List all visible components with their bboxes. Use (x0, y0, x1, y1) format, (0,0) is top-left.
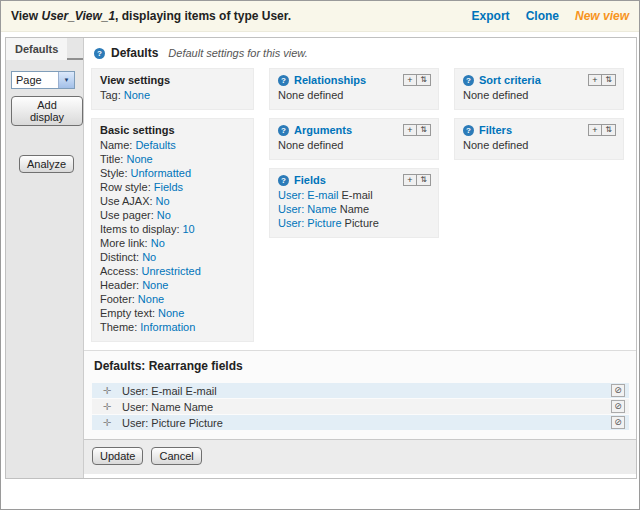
setting-value-link[interactable]: No (151, 237, 165, 249)
filters-box: ? Filters + ⇅ None defined (454, 118, 624, 160)
add-filter-button[interactable]: + (588, 124, 602, 136)
fields-title-link[interactable]: Fields (294, 174, 326, 186)
display-settings-panel: ? Defaults Default settings for this vie… (84, 38, 636, 478)
relationships-empty-text: None defined (278, 88, 431, 102)
setting-line-more-link: More link:No (100, 236, 246, 250)
page-title-suffix: , displaying items of type User. (115, 9, 291, 23)
setting-label: Empty text: (100, 307, 155, 319)
add-display-button[interactable]: Add display (11, 96, 83, 126)
setting-line-empty-text: Empty text:None (100, 306, 246, 320)
setting-line-row-style: Row style:Fields (100, 180, 246, 194)
rearrange-row[interactable]: ✛ User: Name Name ⊘ (92, 399, 629, 414)
rearrange-row-label: User: E-mail E-mail (122, 385, 611, 397)
view-name: User_View_1 (41, 9, 115, 23)
rearrange-row-label: User: Picture Picture (122, 417, 611, 429)
setting-value-link[interactable]: None (138, 293, 164, 305)
add-sort-button[interactable]: + (588, 74, 602, 86)
setting-line-tag: Tag:None (100, 88, 246, 102)
setting-label: Tag: (100, 89, 121, 101)
tab-defaults[interactable]: Defaults (6, 38, 67, 60)
drag-handle-icon[interactable]: ✛ (92, 385, 122, 396)
settings-column-2: ? Relationships + ⇅ None defined ? (269, 68, 439, 238)
setting-line-pager: Use pager:No (100, 208, 246, 222)
remove-field-button[interactable]: ⊘ (611, 400, 625, 413)
setting-value-link[interactable]: None (158, 307, 184, 319)
display-type-select[interactable]: Page ▼ (11, 71, 75, 89)
field-link[interactable]: User: Picture (278, 217, 342, 229)
arguments-title-link[interactable]: Arguments (294, 124, 352, 136)
view-settings-title: View settings (100, 74, 246, 86)
views-ui-screen: View User_View_1, displaying items of ty… (0, 0, 640, 510)
remove-field-button[interactable]: ⊘ (611, 384, 625, 397)
setting-label: More link: (100, 237, 148, 249)
rearrange-arguments-button[interactable]: ⇅ (417, 124, 431, 136)
setting-label: Name: (100, 139, 132, 151)
setting-line-style: Style:Unformatted (100, 166, 246, 180)
settings-columns: View settings Tag:None Basic settings Na… (90, 68, 628, 342)
setting-value-link[interactable]: No (142, 251, 156, 263)
field-link[interactable]: User: E-mail (278, 189, 339, 201)
help-icon[interactable]: ? (463, 75, 474, 86)
relationships-title-link[interactable]: Relationships (294, 74, 366, 86)
setting-label: Footer: (100, 293, 135, 305)
help-icon[interactable]: ? (94, 48, 105, 59)
help-icon[interactable]: ? (278, 125, 289, 136)
rearrange-row-label: User: Name Name (122, 401, 611, 413)
setting-value-link[interactable]: Fields (154, 181, 183, 193)
rearrange-fields-button[interactable]: ⇅ (417, 174, 431, 186)
setting-label: Use AJAX: (100, 195, 153, 207)
filters-title-link[interactable]: Filters (479, 124, 512, 136)
setting-value-link[interactable]: None (124, 89, 150, 101)
help-icon[interactable]: ? (278, 75, 289, 86)
field-line-name: User: NameName (278, 202, 431, 216)
setting-value-link[interactable]: No (156, 195, 170, 207)
help-icon[interactable]: ? (463, 125, 474, 136)
setting-value-link[interactable]: Unformatted (131, 167, 192, 179)
rearrange-row[interactable]: ✛ User: Picture Picture ⊘ (92, 415, 629, 430)
setting-label: Distinct: (100, 251, 139, 263)
basic-settings-box: Basic settings Name:Defaults Title:None … (91, 118, 254, 342)
setting-label: Row style: (100, 181, 151, 193)
setting-label: Style: (100, 167, 128, 179)
remove-field-button[interactable]: ⊘ (611, 416, 625, 429)
setting-label: Items to display: (100, 223, 179, 235)
setting-line-access: Access:Unrestricted (100, 264, 246, 278)
sort-criteria-title-link[interactable]: Sort criteria (479, 74, 541, 86)
setting-value-link[interactable]: No (157, 209, 171, 221)
views-edit-workspace: Defaults Page ▼ Add display Analyze ? De… (5, 37, 637, 479)
setting-value-link[interactable]: Information (140, 321, 195, 333)
setting-value-link[interactable]: Unrestricted (142, 265, 201, 277)
rearrange-sorts-button[interactable]: ⇅ (602, 74, 616, 86)
analyze-button[interactable]: Analyze (19, 155, 74, 173)
update-button[interactable]: Update (92, 447, 143, 465)
arguments-empty-text: None defined (278, 138, 431, 152)
drag-handle-icon[interactable]: ✛ (92, 401, 122, 412)
rearrange-relationships-button[interactable]: ⇅ (417, 74, 431, 86)
display-description: Default settings for this view. (168, 47, 307, 59)
field-link[interactable]: User: Name (278, 203, 337, 215)
setting-value-link[interactable]: None (142, 279, 168, 291)
drag-handle-icon[interactable]: ✛ (92, 417, 122, 428)
setting-label: Use pager: (100, 209, 154, 221)
export-link[interactable]: Export (472, 9, 510, 23)
view-settings-box: View settings Tag:None (91, 68, 254, 110)
field-line-picture: User: PicturePicture (278, 216, 431, 230)
rearrange-filters-button[interactable]: ⇅ (602, 124, 616, 136)
setting-line-title: Title:None (100, 152, 246, 166)
cancel-button[interactable]: Cancel (151, 447, 201, 465)
clone-link[interactable]: Clone (526, 9, 559, 23)
setting-value-link[interactable]: None (126, 153, 152, 165)
add-field-button[interactable]: + (403, 174, 417, 186)
setting-line-distinct: Distinct:No (100, 250, 246, 264)
display-tabstrip: Defaults (6, 38, 83, 60)
new-view-link[interactable]: New view (575, 9, 629, 23)
rearrange-row[interactable]: ✛ User: E-mail E-mail ⊘ (92, 383, 629, 398)
display-header: ? Defaults Default settings for this vie… (90, 44, 628, 68)
setting-value-link[interactable]: Defaults (135, 139, 175, 151)
add-relationship-button[interactable]: + (403, 74, 417, 86)
setting-line-name: Name:Defaults (100, 138, 246, 152)
setting-value-link[interactable]: 10 (182, 223, 194, 235)
add-argument-button[interactable]: + (403, 124, 417, 136)
help-icon[interactable]: ? (278, 175, 289, 186)
relationships-box: ? Relationships + ⇅ None defined (269, 68, 439, 110)
